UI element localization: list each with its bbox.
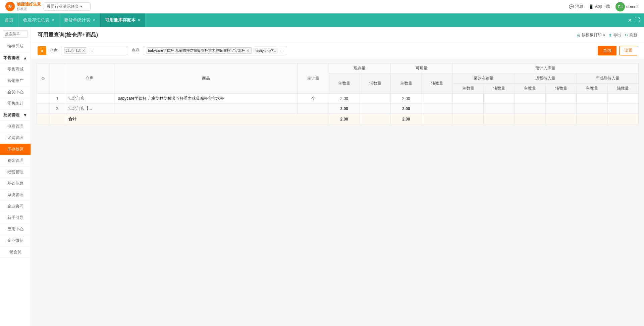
page-actions: 🖨 按模板打印 ▾ ⬆ 导出 ↻ 刷新 bbox=[576, 32, 637, 38]
tab-order-close[interactable]: ✕ bbox=[92, 18, 95, 22]
table-container: ⚙ 仓库 商品 主计量 现存量 bbox=[31, 59, 644, 326]
phone-icon: 📱 bbox=[589, 4, 594, 9]
app-download-label: App下载 bbox=[595, 4, 610, 9]
footer-available-main: 2.00 bbox=[391, 114, 422, 124]
footer-stock-sub bbox=[360, 114, 390, 124]
product-tag-2-text: babycare?... bbox=[256, 49, 276, 53]
tab-home[interactable]: 首页 bbox=[0, 13, 18, 27]
table-settings-icon[interactable]: ⚙ bbox=[41, 76, 45, 81]
cell-available-main-2: 2.00 bbox=[391, 104, 422, 114]
sidebar-operation-label: 经营管理 bbox=[7, 170, 23, 174]
msg-icon: 💬 bbox=[569, 4, 574, 9]
tab-receive[interactable]: 收发存汇总表 ✕ bbox=[18, 13, 59, 27]
industry-select[interactable]: 母婴行业演示账套 ▾ bbox=[44, 2, 91, 11]
avatar: Ea bbox=[615, 2, 625, 11]
cell-available-sub-1 bbox=[422, 94, 452, 104]
close-all-btn[interactable]: ✕ bbox=[628, 17, 632, 24]
user-area[interactable]: Ea demo2 bbox=[615, 2, 639, 11]
nav-tab-actions: ✕ ⛶ bbox=[624, 13, 644, 27]
sidebar-item-retail-stats[interactable]: 零售统计 bbox=[0, 98, 31, 109]
sidebar-item-marketing[interactable]: 营销推广 bbox=[0, 75, 31, 87]
tab-home-label: 首页 bbox=[5, 17, 13, 23]
footer-purchase-in-sub bbox=[484, 114, 515, 124]
sidebar-item-retail-mgmt[interactable]: 零售管理 ▲ bbox=[0, 52, 31, 64]
col-settings-header: ⚙ bbox=[37, 63, 50, 94]
sidebar-item-quicknav[interactable]: 快捷导航 bbox=[0, 41, 31, 52]
sidebar-wholesale-label: 批发管理 bbox=[3, 112, 19, 118]
cell-rownum-1: 1 bbox=[50, 94, 65, 104]
sidebar-item-wholesale[interactable]: 批发管理 ▼ bbox=[0, 109, 31, 121]
table-row: 2 江北门店【... 2.00 2.00 bbox=[37, 104, 639, 114]
sidebar-item-operation[interactable]: 经营管理 bbox=[0, 167, 31, 178]
tab-available[interactable]: 可用量库存账本 ✕ bbox=[100, 13, 146, 27]
data-table: ⚙ 仓库 商品 主计量 现存量 bbox=[36, 63, 639, 124]
page-header: 可用量查询(按仓库+商品) 🖨 按模板打印 ▾ ⬆ 导出 ↻ 刷新 bbox=[31, 27, 644, 42]
cell-product-2 bbox=[114, 104, 298, 114]
app-download-btn[interactable]: 📱 App下载 bbox=[589, 4, 610, 9]
product-label: 商品 bbox=[131, 48, 140, 53]
col-rownum-header bbox=[50, 63, 65, 94]
footer-incoming-main bbox=[515, 114, 545, 124]
refresh-label: 刷新 bbox=[629, 32, 637, 38]
sidebar-item-inventory[interactable]: 库存核算 bbox=[0, 144, 31, 155]
warehouse-tag-remove[interactable]: ✕ bbox=[82, 48, 85, 53]
cell-purchase-in-sub-1 bbox=[484, 94, 515, 104]
sidebar-member-label: 会员中心 bbox=[7, 90, 23, 94]
product-filter-box[interactable]: babycare学饮杯 儿童防摔防撞吸管杯重力球吸嘴杯宝宝水杯 ✕ babyca… bbox=[143, 46, 287, 55]
product-tag-1-text: babycare学饮杯 儿童防摔防撞吸管杯重力球吸嘴杯宝宝水杯 bbox=[148, 48, 245, 53]
product-more-btn[interactable]: ··· bbox=[280, 48, 284, 53]
search-input[interactable] bbox=[3, 30, 28, 38]
sidebar-item-finance[interactable]: 资金管理 bbox=[0, 155, 31, 167]
logo-area: 好 畅捷通好生意 标准版 bbox=[5, 2, 41, 11]
cell-incoming-main-2 bbox=[515, 104, 545, 114]
sidebar-appcenter-label: 应用中心 bbox=[7, 227, 23, 231]
refresh-icon: ↻ bbox=[625, 33, 628, 38]
export-icon: ⬆ bbox=[608, 33, 612, 38]
warehouse-tag-text: 江北门店 bbox=[66, 48, 81, 53]
query-btn[interactable]: 查询 bbox=[598, 46, 616, 55]
sidebar-item-retail-mall[interactable]: 零售商城 bbox=[0, 64, 31, 75]
cell-purchase-in-main-1 bbox=[452, 94, 483, 104]
footer-production-sub bbox=[607, 114, 638, 124]
msg-label: 消息 bbox=[575, 4, 583, 9]
sidebar-item-newguide[interactable]: 新手引导 bbox=[0, 212, 31, 224]
print-btn[interactable]: 🖨 按模板打印 ▾ bbox=[576, 32, 605, 38]
refresh-btn[interactable]: ↻ 刷新 bbox=[625, 32, 637, 38]
warehouse-more-btn[interactable]: ··· bbox=[89, 48, 93, 53]
sidebar-item-system[interactable]: 系统管理 bbox=[0, 189, 31, 201]
tab-order[interactable]: 要货单统计表 ✕ bbox=[59, 13, 100, 27]
sidebar-item-wechat[interactable]: 企业微信 bbox=[0, 235, 31, 246]
export-btn[interactable]: ⬆ 导出 bbox=[608, 32, 621, 38]
col-production-main-header: 主数量 bbox=[577, 84, 607, 94]
warehouse-filter-box[interactable]: 江北门店 ✕ ··· bbox=[61, 46, 128, 55]
tab-receive-label: 收发存汇总表 bbox=[23, 17, 49, 23]
footer-label: 合计 bbox=[65, 114, 329, 124]
cell-available-sub-2 bbox=[422, 104, 452, 114]
cell-stock-main-2: 2.00 bbox=[329, 104, 360, 114]
settings-btn[interactable]: 设置 bbox=[619, 46, 637, 55]
tab-receive-close[interactable]: ✕ bbox=[51, 18, 54, 22]
sidebar-item-basic[interactable]: 基础信息 bbox=[0, 178, 31, 189]
sidebar-item-purchase[interactable]: 采购管理 bbox=[0, 132, 31, 144]
expand-btn[interactable]: » bbox=[38, 46, 46, 55]
tab-available-close[interactable]: ✕ bbox=[138, 18, 141, 22]
product-tag-1-remove[interactable]: ✕ bbox=[246, 48, 250, 53]
fullscreen-btn[interactable]: ⛶ bbox=[635, 17, 640, 23]
col-stock-main-header: 主数量 bbox=[329, 74, 360, 94]
logo-sub: 标准版 bbox=[17, 7, 41, 11]
sidebar-item-appcenter[interactable]: 应用中心 bbox=[0, 224, 31, 235]
cell-settings-1 bbox=[37, 94, 50, 104]
sidebar-item-member[interactable]: 会员中心 bbox=[0, 87, 31, 98]
sidebar-retail-mgmt-label: 零售管理 bbox=[3, 55, 19, 61]
col-purchase-in-group-header: 采购在途量 bbox=[452, 74, 515, 84]
sidebar-item-ecommerce[interactable]: 电商管理 bbox=[0, 121, 31, 132]
msg-btn[interactable]: 💬 消息 bbox=[569, 4, 583, 9]
cell-mainunit-1: 个 bbox=[298, 94, 329, 104]
sidebar-item-enterprise[interactable]: 企业协同 bbox=[0, 201, 31, 212]
printer-icon: 🖨 bbox=[576, 33, 580, 38]
col-stock-group-header: 现存量 bbox=[329, 63, 391, 74]
col-available-group-header: 可用量 bbox=[391, 63, 453, 74]
sidebar-item-vip[interactable]: 畅会员 bbox=[0, 246, 31, 258]
cell-rownum-2: 2 bbox=[50, 104, 65, 114]
cell-incoming-sub-1 bbox=[545, 94, 576, 104]
